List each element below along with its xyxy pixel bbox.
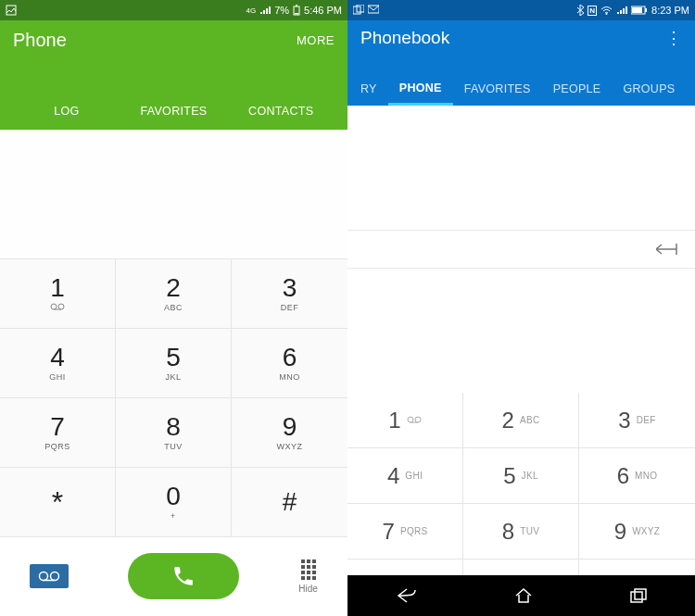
app-title: Phonebook	[360, 28, 449, 48]
key-3[interactable]: 3DEF	[579, 393, 695, 448]
bluetooth-icon	[576, 5, 584, 16]
key-8[interactable]: 8TUV	[116, 398, 232, 468]
signal-icon	[259, 6, 271, 15]
svg-point-5	[58, 304, 64, 309]
key-7[interactable]: 7PQRS	[348, 504, 463, 559]
key-5[interactable]: 5JKL	[463, 448, 579, 504]
tab-contacts[interactable]: CONTACTS	[227, 93, 335, 130]
voicemail-button[interactable]	[30, 564, 69, 588]
overflow-menu-button[interactable]: ⋮	[665, 34, 682, 43]
clock: 8:23 PM	[651, 5, 689, 16]
picture-icon	[6, 5, 17, 16]
tab-phone[interactable]: PHONE	[388, 72, 453, 106]
key-3[interactable]: 3DEF	[232, 259, 348, 329]
svg-point-8	[51, 572, 59, 581]
svg-rect-16	[645, 8, 647, 12]
key-1[interactable]: 1	[348, 393, 463, 448]
battery-percent: 7%	[274, 5, 289, 16]
svg-rect-0	[6, 6, 16, 15]
key-hash[interactable]: #	[232, 468, 348, 537]
android-navbar	[348, 575, 695, 616]
key-2[interactable]: 2ABC	[463, 393, 579, 448]
key-2[interactable]: 2ABC	[116, 259, 232, 329]
key-0[interactable]: 0+	[116, 468, 232, 537]
key-8[interactable]: 8TUV	[463, 504, 579, 559]
key-9[interactable]: 9WXYZ	[579, 504, 695, 559]
svg-rect-36	[635, 589, 646, 599]
recents-button[interactable]	[630, 588, 647, 603]
tab-people[interactable]: PEOPLE	[542, 72, 613, 106]
svg-rect-35	[631, 592, 642, 602]
battery-icon	[293, 5, 300, 16]
backspace-icon[interactable]	[656, 242, 680, 257]
app-title: Phone	[13, 30, 67, 51]
tab-groups[interactable]: GROUPS	[612, 72, 682, 106]
key-1[interactable]: 1	[0, 259, 116, 329]
number-display	[0, 130, 348, 259]
tab-favorites[interactable]: FAVORITES	[453, 72, 542, 106]
mail-icon	[368, 5, 379, 16]
app-header: Phone MORE LOG FAVORITES CONTACTS	[0, 20, 348, 130]
tab-history-cut[interactable]: RY	[360, 72, 388, 106]
key-5[interactable]: 5JKL	[116, 329, 232, 398]
samsung-phone-screen: 4G 7% 5:46 PM Phone MORE LOG FAVORITES C…	[0, 0, 348, 616]
key-4[interactable]: 4GHI	[348, 448, 463, 504]
number-display	[348, 230, 695, 393]
key-4[interactable]: 4GHI	[0, 329, 116, 398]
svg-point-19	[408, 417, 413, 422]
svg-point-20	[415, 417, 421, 422]
home-button[interactable]	[514, 587, 533, 604]
svg-rect-15	[632, 7, 642, 13]
action-bar: Hide	[0, 537, 348, 615]
nfc-icon: N	[588, 6, 597, 16]
svg-point-13	[606, 13, 608, 15]
key-6[interactable]: 6MNO	[232, 329, 348, 398]
key-6[interactable]: 6MNO	[579, 448, 695, 504]
svg-rect-3	[295, 13, 298, 15]
battery-icon	[631, 6, 648, 15]
voicemail-icon	[407, 415, 422, 425]
hide-dialpad-button[interactable]: Hide	[298, 559, 318, 594]
key-9[interactable]: 9WXYZ	[232, 398, 348, 468]
app-header: Phonebook ⋮ RY PHONE FAVORITES PEOPLE GR…	[348, 20, 695, 106]
svg-rect-2	[296, 5, 297, 6]
status-bar: N 8:23 PM	[348, 0, 695, 20]
tab-log[interactable]: LOG	[13, 93, 120, 130]
wifi-icon	[600, 6, 613, 15]
voicemail-icon	[50, 303, 65, 312]
more-button[interactable]: MORE	[297, 33, 335, 47]
clock: 5:46 PM	[304, 5, 342, 16]
status-bar: 4G 7% 5:46 PM	[0, 0, 348, 20]
signal-icon	[616, 6, 627, 15]
multiwindow-icon	[353, 5, 364, 16]
hide-label: Hide	[298, 584, 318, 594]
svg-point-7	[40, 572, 48, 581]
back-button[interactable]	[397, 587, 417, 604]
dialpad: 1 2ABC 3DEF 4GHI 5JKL 6MNO 7PQRS 8TUV 9W…	[0, 259, 348, 537]
key-7[interactable]: 7PQRS	[0, 398, 116, 468]
dialpad-icon	[301, 559, 316, 580]
svg-point-4	[51, 304, 57, 309]
call-button[interactable]	[128, 553, 239, 599]
lte-icon: 4G	[246, 6, 256, 15]
htc-phonebook-screen: N 8:23 PM Phonebook ⋮ RY PHONE	[348, 0, 695, 616]
key-star[interactable]: *	[0, 468, 116, 537]
tab-favorites[interactable]: FAVORITES	[120, 93, 228, 130]
